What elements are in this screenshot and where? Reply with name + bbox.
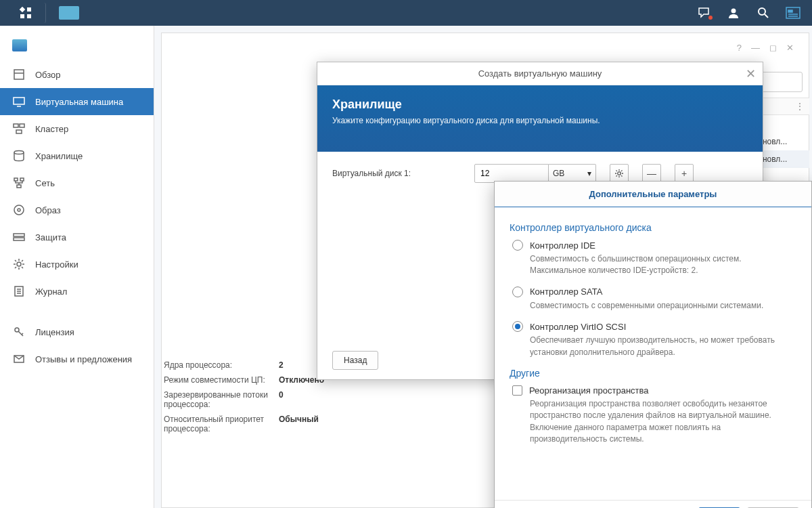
svg-point-5 bbox=[759, 8, 765, 15]
radio-icon bbox=[512, 321, 523, 332]
sidebar-item-label: Лицензия bbox=[35, 327, 74, 337]
window-controls: ? — ◻ ✕ bbox=[737, 43, 794, 53]
sidebar-item-overview[interactable]: Обзор bbox=[0, 61, 154, 88]
svg-rect-24 bbox=[14, 234, 24, 236]
window-close-icon[interactable]: ✕ bbox=[786, 43, 794, 53]
sidebar-item-vm[interactable]: Виртуальная машина bbox=[0, 88, 154, 115]
sidebar-item-settings[interactable]: Настройки bbox=[0, 251, 154, 278]
shield-icon bbox=[12, 230, 26, 244]
svg-rect-3 bbox=[27, 14, 31, 18]
checkbox-reclaim[interactable]: Реорганизация пространства bbox=[512, 385, 796, 396]
window-minimize-icon[interactable]: — bbox=[751, 43, 760, 53]
option-description: Совместимость с большинством операционны… bbox=[530, 253, 796, 277]
svg-rect-25 bbox=[14, 238, 24, 240]
sidebar-item-protection[interactable]: Защита bbox=[0, 224, 154, 251]
svg-rect-17 bbox=[16, 130, 22, 133]
section-header: Другие bbox=[510, 368, 796, 379]
sidebar-item-label: Защита bbox=[35, 232, 66, 242]
svg-rect-2 bbox=[20, 14, 24, 18]
svg-rect-19 bbox=[14, 178, 18, 181]
sidebar-item-label: Виртуальная машина bbox=[35, 97, 123, 107]
sidebar-item-feedback[interactable]: Отзывы и предложения bbox=[0, 345, 154, 373]
sidebar-item-label: Хранилище bbox=[35, 151, 83, 161]
svg-rect-0 bbox=[20, 7, 25, 12]
svg-rect-1 bbox=[27, 7, 31, 12]
svg-line-6 bbox=[765, 14, 768, 18]
sidebar-item-image[interactable]: Образ bbox=[0, 196, 154, 224]
radio-icon bbox=[512, 240, 523, 251]
option-description: Обеспечивает лучшую производительность, … bbox=[530, 335, 796, 358]
svg-point-4 bbox=[731, 9, 736, 14]
sidebar-item-label: Кластер bbox=[35, 124, 68, 134]
svg-point-22 bbox=[14, 205, 24, 215]
notifications-button[interactable] bbox=[690, 3, 717, 23]
overview-icon bbox=[12, 68, 26, 81]
cluster-icon bbox=[12, 122, 26, 135]
monitor-icon bbox=[59, 6, 79, 20]
sidebar-item-cluster[interactable]: Кластер bbox=[0, 115, 154, 142]
app-button[interactable] bbox=[49, 3, 89, 23]
window-maximize-icon[interactable]: ◻ bbox=[769, 43, 777, 53]
svg-point-18 bbox=[14, 151, 24, 154]
sidebar-item-label: Настройки bbox=[35, 259, 78, 270]
image-icon bbox=[12, 203, 26, 217]
app-sidebar: Обзор Виртуальная машина Кластер Хранили… bbox=[0, 26, 154, 508]
column-menu-icon[interactable]: ⋮ bbox=[796, 102, 804, 111]
chevron-down-icon: ▾ bbox=[587, 169, 591, 178]
option-description: Реорганизация пространства позволяет осв… bbox=[530, 398, 796, 446]
user-button[interactable] bbox=[720, 3, 747, 23]
vm-icon bbox=[12, 95, 26, 108]
network-icon bbox=[12, 176, 26, 190]
svg-point-35 bbox=[618, 172, 621, 175]
sidebar-item-label: Журнал bbox=[35, 287, 67, 297]
svg-rect-21 bbox=[17, 185, 21, 188]
back-button[interactable]: Назад bbox=[332, 351, 378, 370]
storage-icon bbox=[12, 149, 26, 163]
advanced-params-popover: Дополнительные параметры Контроллер вирт… bbox=[494, 181, 812, 508]
system-topbar bbox=[0, 0, 812, 26]
widgets-button[interactable] bbox=[780, 3, 807, 23]
svg-rect-8 bbox=[788, 10, 792, 12]
checkbox-icon bbox=[512, 385, 522, 396]
popover-title: Дополнительные параметры bbox=[495, 182, 811, 207]
sidebar-item-label: Отзывы и предложения bbox=[35, 354, 132, 364]
sidebar-item-network[interactable]: Сеть bbox=[0, 169, 154, 196]
sidebar-item-label: Сеть bbox=[35, 178, 55, 188]
svg-rect-16 bbox=[20, 124, 24, 127]
disk-label: Виртуальный диск 1: bbox=[332, 169, 461, 178]
section-header: Контроллер виртуального диска bbox=[510, 222, 796, 233]
sidebar-item-label: Образ bbox=[35, 205, 61, 215]
window-help-icon[interactable]: ? bbox=[737, 43, 742, 53]
disk-add-button[interactable]: + bbox=[675, 164, 694, 183]
gear-icon bbox=[12, 257, 26, 271]
wizard-banner: Хранилище Укажите конфигурацию виртуальн… bbox=[317, 85, 763, 152]
app-logo bbox=[0, 39, 154, 61]
svg-rect-11 bbox=[14, 70, 24, 79]
radio-ide[interactable]: Контроллер IDE bbox=[512, 240, 796, 251]
sidebar-item-label: Обзор bbox=[35, 70, 61, 80]
sidebar-item-log[interactable]: Журнал bbox=[0, 278, 154, 305]
option-description: Совместимость с современными операционны… bbox=[530, 300, 796, 312]
disk-remove-button[interactable]: — bbox=[642, 164, 661, 183]
log-icon bbox=[12, 284, 26, 298]
svg-rect-13 bbox=[14, 98, 24, 104]
svg-rect-20 bbox=[20, 178, 24, 181]
sidebar-item-license[interactable]: Лицензия bbox=[0, 318, 154, 345]
radio-icon bbox=[512, 287, 523, 297]
disk-size-input[interactable] bbox=[474, 164, 549, 183]
key-icon bbox=[12, 325, 26, 339]
search-button[interactable] bbox=[750, 3, 777, 23]
main-menu-button[interactable] bbox=[5, 3, 46, 23]
svg-point-26 bbox=[17, 262, 21, 266]
radio-virtio[interactable]: Контроллер VirtIO SCSI bbox=[512, 321, 796, 332]
sidebar-item-storage[interactable]: Хранилище bbox=[0, 142, 154, 169]
wizard-title: Создать виртуальную машину ✕ bbox=[317, 62, 763, 85]
close-icon[interactable]: ✕ bbox=[746, 66, 756, 81]
disk-unit-select[interactable]: GB ▾ bbox=[549, 164, 596, 183]
disk-settings-button[interactable] bbox=[610, 164, 629, 183]
svg-rect-15 bbox=[14, 124, 18, 127]
radio-sata[interactable]: Контроллер SATA bbox=[512, 287, 796, 297]
mail-icon bbox=[12, 352, 26, 366]
svg-point-23 bbox=[18, 209, 20, 211]
